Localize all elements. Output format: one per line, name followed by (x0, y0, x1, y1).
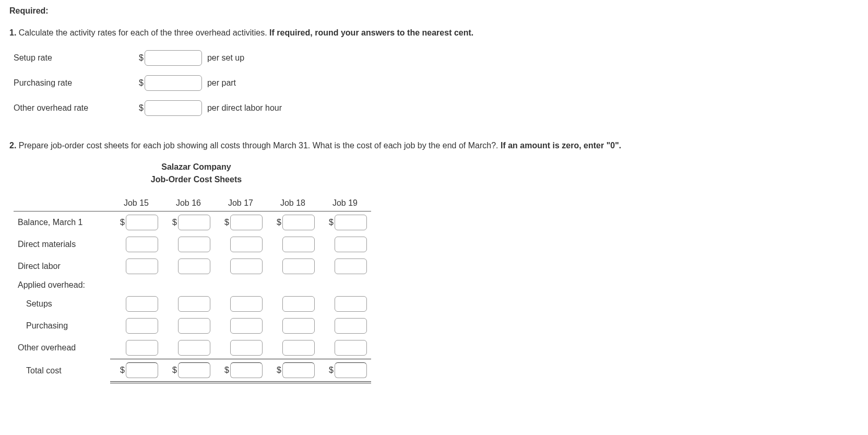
label-dm: Direct materials (14, 233, 110, 255)
setups-job18-input[interactable] (282, 296, 315, 312)
row-balance: Balance, March 1 $ $ $ $ $ (14, 211, 371, 234)
label-balance: Balance, March 1 (14, 211, 110, 234)
row-direct-materials: Direct materials (14, 233, 371, 255)
setups-job19-input[interactable] (335, 296, 367, 312)
setup-rate-input[interactable] (145, 50, 202, 66)
q1-text-a: Calculate the activity rates for each of… (16, 28, 269, 37)
otheroh-job15-input[interactable] (126, 340, 158, 356)
table-title: Salazar Company Job-Order Cost Sheets (14, 161, 379, 186)
setup-rate-label: Setup rate (14, 53, 139, 63)
currency-symbol: $ (277, 218, 281, 227)
currency-symbol: $ (224, 366, 229, 375)
q1-text-b: If required, round your answers to the n… (269, 28, 473, 37)
row-purchasing: Purchasing (14, 315, 371, 337)
table-title-line2: Job-Order Cost Sheets (151, 175, 242, 184)
setups-job17-input[interactable] (230, 296, 263, 312)
currency-symbol: $ (120, 366, 125, 375)
col-empty (14, 195, 110, 211)
q2-text-b: If an amount is zero, enter "0". (501, 141, 621, 150)
col-job18: Job 18 (267, 195, 319, 211)
dm-job17-input[interactable] (230, 237, 263, 252)
balance-job17-input[interactable] (230, 215, 263, 230)
row-total-cost: Total cost $ $ $ $ $ (14, 359, 371, 383)
table-title-line1: Salazar Company (161, 162, 231, 171)
col-job16: Job 16 (162, 195, 215, 211)
q1-instruction: 1. Calculate the activity rates for each… (9, 28, 859, 38)
label-dl: Direct labor (14, 255, 110, 277)
q2-instruction: 2. Prepare job-order cost sheets for eac… (9, 141, 859, 150)
total-job19-input[interactable] (335, 362, 367, 378)
setup-rate-unit: per set up (207, 53, 244, 63)
row-other-overhead: Other overhead (14, 337, 371, 359)
otheroh-job18-input[interactable] (282, 340, 315, 356)
dl-job15-input[interactable] (126, 258, 158, 274)
setups-job16-input[interactable] (178, 296, 210, 312)
label-purchasing: Purchasing (14, 315, 110, 337)
label-otheroh: Other overhead (14, 337, 110, 359)
other-rate-currency: $ (139, 103, 144, 113)
dl-job16-input[interactable] (178, 258, 210, 274)
purchasing-job15-input[interactable] (126, 318, 158, 334)
dm-job15-input[interactable] (126, 237, 158, 252)
dm-job18-input[interactable] (282, 237, 315, 252)
otheroh-job17-input[interactable] (230, 340, 263, 356)
otheroh-job16-input[interactable] (178, 340, 210, 356)
label-setups: Setups (14, 293, 110, 315)
dl-job18-input[interactable] (282, 258, 315, 274)
other-rate-label: Other overhead rate (14, 103, 139, 113)
dl-job19-input[interactable] (335, 258, 367, 274)
purchasing-rate-currency: $ (139, 78, 144, 88)
currency-symbol: $ (329, 218, 334, 227)
purchasing-rate-row: Purchasing rate $ per part (14, 75, 859, 91)
purchasing-rate-input[interactable] (145, 75, 202, 91)
balance-job18-input[interactable] (282, 215, 315, 230)
purchasing-rate-label: Purchasing rate (14, 78, 139, 88)
dl-job17-input[interactable] (230, 258, 263, 274)
col-job19: Job 19 (319, 195, 371, 211)
col-job15: Job 15 (110, 195, 162, 211)
purchasing-job17-input[interactable] (230, 318, 263, 334)
total-job17-input[interactable] (230, 362, 263, 378)
dm-job19-input[interactable] (335, 237, 367, 252)
total-job18-input[interactable] (282, 362, 315, 378)
purchasing-job16-input[interactable] (178, 318, 210, 334)
setup-rate-currency: $ (139, 53, 144, 63)
job-order-table: Job 15 Job 16 Job 17 Job 18 Job 19 Balan… (14, 195, 371, 383)
balance-job15-input[interactable] (126, 215, 158, 230)
col-job17: Job 17 (215, 195, 267, 211)
other-rate-unit: per direct labor hour (207, 103, 282, 113)
currency-symbol: $ (120, 218, 125, 227)
label-total: Total cost (14, 359, 110, 383)
purchasing-rate-unit: per part (207, 78, 236, 88)
balance-job19-input[interactable] (335, 215, 367, 230)
currency-symbol: $ (172, 366, 177, 375)
currency-symbol: $ (277, 366, 281, 375)
label-applied: Applied overhead: (14, 277, 110, 293)
required-heading: Required: (9, 6, 859, 16)
dm-job16-input[interactable] (178, 237, 210, 252)
currency-symbol: $ (224, 218, 229, 227)
q2-num: 2. (9, 141, 16, 150)
setups-job15-input[interactable] (126, 296, 158, 312)
total-job16-input[interactable] (178, 362, 210, 378)
currency-symbol: $ (172, 218, 177, 227)
balance-job16-input[interactable] (178, 215, 210, 230)
row-direct-labor: Direct labor (14, 255, 371, 277)
other-rate-row: Other overhead rate $ per direct labor h… (14, 100, 859, 116)
q2-text-a: Prepare job-order cost sheets for each j… (16, 141, 501, 150)
purchasing-job19-input[interactable] (335, 318, 367, 334)
other-rate-input[interactable] (145, 100, 202, 116)
row-applied-overhead: Applied overhead: (14, 277, 371, 293)
row-setups: Setups (14, 293, 371, 315)
q1-num: 1. (9, 28, 16, 37)
currency-symbol: $ (329, 366, 334, 375)
otheroh-job19-input[interactable] (335, 340, 367, 356)
total-job15-input[interactable] (126, 362, 158, 378)
purchasing-job18-input[interactable] (282, 318, 315, 334)
setup-rate-row: Setup rate $ per set up (14, 50, 859, 66)
